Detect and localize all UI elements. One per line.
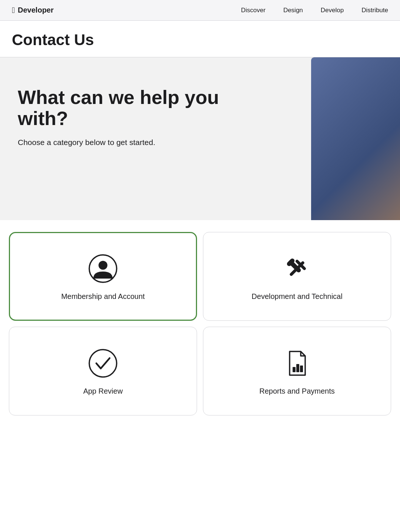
nav-link-develop[interactable]: Develop	[321, 7, 344, 14]
nav-logo[interactable]:  Developer	[12, 6, 54, 15]
nav-link-discover[interactable]: Discover	[241, 7, 266, 14]
hero-content: What can we help you with? Choose a cate…	[18, 87, 255, 147]
category-card-reports-payments[interactable]: Reports and Payments	[203, 327, 391, 415]
hero-section: What can we help you with? Choose a cate…	[0, 57, 400, 220]
person-icon	[88, 254, 118, 283]
categories-grid: Membership and Account Devel	[9, 232, 391, 415]
wrench-screwdriver-icon	[282, 254, 312, 283]
nav-link-design[interactable]: Design	[283, 7, 303, 14]
category-card-app-review[interactable]: App Review	[9, 327, 197, 415]
category-card-development-technical[interactable]: Development and Technical	[203, 232, 391, 321]
categories-section: Membership and Account Devel	[0, 220, 400, 427]
svg-rect-8	[296, 364, 299, 372]
page-title: Contact Us	[12, 31, 388, 49]
svg-point-6	[89, 350, 117, 377]
page-title-bar: Contact Us	[0, 21, 400, 57]
nav-link-distribute[interactable]: Distribute	[361, 7, 388, 14]
hero-heading: What can we help you with?	[18, 87, 255, 129]
category-label-app-review: App Review	[83, 387, 123, 395]
svg-point-1	[99, 261, 107, 270]
nav-links: Discover Design Develop Distribute	[241, 7, 388, 14]
navigation:  Developer Discover Design Develop Dist…	[0, 0, 400, 21]
category-label-development-technical: Development and Technical	[251, 292, 342, 301]
document-chart-icon	[282, 349, 312, 378]
category-label-membership-account: Membership and Account	[61, 292, 145, 301]
nav-logo-text: Developer	[18, 6, 54, 14]
svg-rect-9	[300, 366, 303, 372]
category-card-membership-account[interactable]: Membership and Account	[9, 232, 197, 321]
hero-subtext: Choose a category below to get started.	[18, 138, 255, 147]
apple-icon: 	[12, 6, 15, 15]
hero-person-image	[311, 57, 400, 220]
category-label-reports-payments: Reports and Payments	[259, 387, 334, 395]
svg-rect-7	[293, 367, 296, 372]
checkmark-circle-icon	[88, 349, 118, 378]
